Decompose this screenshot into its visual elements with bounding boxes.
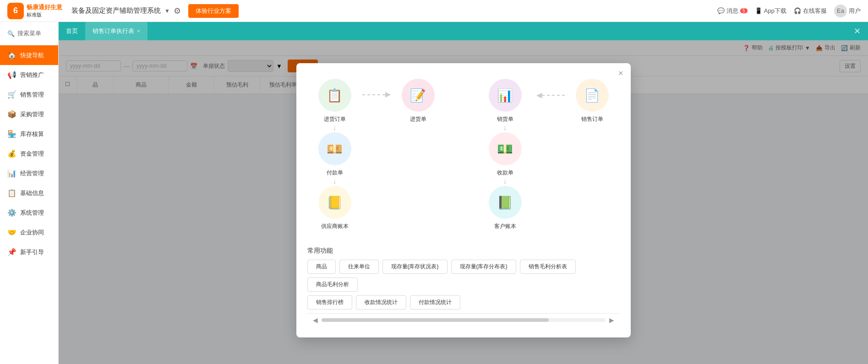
home-icon: 🏠 [7, 51, 16, 60]
purchase-bill-label: 进货单 [410, 115, 426, 123]
app-download-btn[interactable]: 📱 App下载 [755, 7, 786, 15]
main-area: 🔍 搜索菜单 🏠 快捷导航 📢 营销推广 🛒 销售管理 📦 采购管理 [0, 22, 868, 364]
sidebar-item-enterprise[interactable]: 🤝 企业协同 [0, 223, 58, 242]
phone-icon: 📱 [755, 7, 762, 14]
sales-order-circle: 📄 [576, 79, 609, 112]
sidebar-item-purchase[interactable]: 📦 采购管理 [0, 104, 58, 124]
purchase-order-node: 📋 进货订单 [307, 79, 362, 123]
func-buttons-row2: 销售排行榜收款情况统计付款情况统计 [307, 295, 620, 310]
purchase-order-label: 进货订单 [324, 115, 346, 123]
scroll-right-btn[interactable]: ▶ [609, 316, 614, 324]
supplier-ledger-node: 📒 供应商账本 [307, 186, 362, 230]
tab-close-btn[interactable]: × [137, 28, 140, 34]
sidebar-item-sales[interactable]: 🛒 销售管理 [0, 85, 58, 104]
system-icon: ⚙️ [7, 208, 16, 217]
sales-bill-flow: 📊 销货单 ↓ 💵 收款单 ↓ 📗 客户账本 [478, 79, 533, 230]
system-dropdown-btn[interactable]: ▼ [164, 8, 170, 14]
trial-btn[interactable]: 体验行业方案 [188, 4, 239, 18]
func-btn-------[interactable]: 收款情况统计 [356, 295, 406, 310]
func-btn---[interactable]: 商品 [307, 260, 336, 274]
headset-icon: 🎧 [794, 7, 801, 14]
sales-bill-node: 📊 销货单 [478, 79, 533, 123]
message-icon: 💬 [717, 7, 725, 14]
search-icon: 🔍 [7, 30, 15, 37]
sidebar-item-system[interactable]: ⚙️ 系统管理 [0, 203, 58, 223]
sidebar-item-finance[interactable]: 💰 资金管理 [0, 144, 58, 163]
content-area: 首页 销售订单执行表 × ✕ ❓ 帮助 [59, 22, 868, 364]
payment-bill-circle: 💴 [318, 132, 351, 165]
operations-icon: 📊 [7, 169, 16, 178]
scroll-left-btn[interactable]: ◀ [313, 316, 318, 324]
modal-close-btn[interactable]: × [618, 69, 623, 78]
sidebar: 🔍 搜索菜单 🏠 快捷导航 📢 营销推广 🛒 销售管理 📦 采购管理 [0, 22, 59, 364]
payment-arrow-v: ↓ [333, 178, 337, 185]
sidebar-item-operations[interactable]: 📊 经营管理 [0, 163, 58, 183]
purchase-bill-circle: 📝 [402, 79, 435, 112]
common-functions-title: 常用功能 [307, 247, 620, 255]
func-btn-----------[interactable]: 现存量(库存状况表) [382, 260, 448, 274]
logo-text: 畅康通好生意 标准版 [27, 4, 62, 18]
page-content: ❓ 帮助 🖨 按模板打印 ▼ 📤 导出 🔄 刷新 [59, 40, 868, 364]
payment-bill-node: 💴 付款单 [307, 132, 362, 177]
h-arrow-1: ▶ [362, 79, 391, 98]
flow-diagram: 📋 进货订单 ↓ 💴 付款单 ↓ 📒 供应商账本 [307, 74, 620, 239]
receipt-bill-circle: 💵 [489, 132, 522, 165]
enterprise-icon: 🤝 [7, 228, 16, 237]
supplier-ledger-circle: 📒 [318, 186, 351, 219]
common-functions: 常用功能 商品往来单位现存量(库存状况表)现存量(库存分布表)销售毛利分析表商品… [307, 247, 620, 310]
customer-ledger-circle: 📗 [489, 186, 522, 219]
func-btn-------[interactable]: 商品毛利分析 [307, 277, 358, 292]
receipt-bill-node: 💵 收款单 [478, 132, 533, 177]
online-service-btn[interactable]: 🎧 在线客服 [794, 7, 827, 15]
scroll-thumb [322, 318, 549, 322]
tab-sales-order[interactable]: 销售订单执行表 × [85, 22, 147, 40]
guide-icon: 📌 [7, 248, 16, 256]
logo-area: 6 畅康通好生意 标准版 [7, 3, 66, 19]
tab-home[interactable]: 首页 [59, 22, 85, 40]
func-buttons-row1: 商品往来单位现存量(库存状况表)现存量(库存分布表)销售毛利分析表商品毛利分析 [307, 260, 620, 292]
sidebar-item-quick[interactable]: 🏠 快捷导航 [0, 45, 58, 65]
func-btn-------[interactable]: 付款情况统计 [410, 295, 460, 310]
tab-bar: 首页 销售订单执行表 × ✕ [59, 22, 868, 40]
sales-order-with-arrow: ◀ 📄 销售订单 [536, 79, 620, 123]
func-btn-----------[interactable]: 现存量(库存分布表) [451, 260, 516, 274]
sales-order-flow: 📄 销售订单 [565, 79, 620, 123]
h-arrow-right: ◀ [536, 79, 565, 99]
receipt-bill-label: 收款单 [497, 169, 513, 177]
window-close-btn[interactable]: ✕ [854, 26, 861, 36]
sales-order-label: 销售订单 [581, 115, 603, 123]
purchase-icon: 📦 [7, 110, 16, 119]
payment-bill-label: 付款单 [327, 169, 343, 177]
top-bar: 6 畅康通好生意 标准版 装备及固定资产辅助管理系统 ▼ ⚙ 体验行业方案 💬 … [0, 0, 868, 22]
sidebar-item-basic[interactable]: 📋 基础信息 [0, 183, 58, 203]
func-btn-----[interactable]: 往来单位 [339, 260, 379, 274]
user-btn[interactable]: Ea 用户 [834, 5, 861, 17]
customer-ledger-label: 客户账本 [494, 223, 516, 230]
func-btn--------[interactable]: 销售毛利分析表 [520, 260, 576, 274]
finance-icon: 💰 [7, 149, 16, 158]
logo-icon: 6 [7, 3, 24, 19]
settings-icon[interactable]: ⚙ [174, 6, 181, 16]
scroll-track [322, 318, 606, 322]
purchase-order-circle: 📋 [318, 79, 351, 112]
user-avatar: Ea [834, 5, 847, 17]
supplier-ledger-label: 供应商账本 [321, 223, 349, 230]
system-title: 装备及固定资产辅助管理系统 ▼ ⚙ 体验行业方案 [66, 4, 717, 18]
purchase-bill-node: 📝 进货单 [391, 79, 446, 123]
receipt-arrow-v: ↓ [503, 178, 507, 185]
quick-nav-modal: × 📋 进货订单 ↓ 💴 付款单 [296, 63, 631, 337]
message-btn[interactable]: 💬 消息 5 [717, 7, 748, 15]
app-container: 6 畅康通好生意 标准版 装备及固定资产辅助管理系统 ▼ ⚙ 体验行业方案 💬 … [0, 0, 868, 364]
purchase-flow: 📋 进货订单 ↓ 💴 付款单 ↓ 📒 供应商账本 [307, 79, 362, 230]
scroll-bar-area: ◀ ▶ [307, 313, 620, 326]
sidebar-item-guide[interactable]: 📌 新手引导 [0, 242, 58, 262]
func-btn------[interactable]: 销售排行榜 [307, 295, 352, 310]
inventory-icon: 🏪 [7, 130, 16, 138]
sales-order-node: 📄 销售订单 [565, 79, 620, 123]
sidebar-item-inventory[interactable]: 🏪 库存核算 [0, 124, 58, 144]
sales-bill-arrow-v: ↓ [503, 124, 507, 131]
sales-icon: 🛒 [7, 90, 16, 99]
search-menu-btn[interactable]: 🔍 搜索菜单 [4, 27, 55, 40]
sidebar-item-marketing[interactable]: 📢 营销推广 [0, 65, 58, 85]
sales-bill-circle: 📊 [489, 79, 522, 112]
